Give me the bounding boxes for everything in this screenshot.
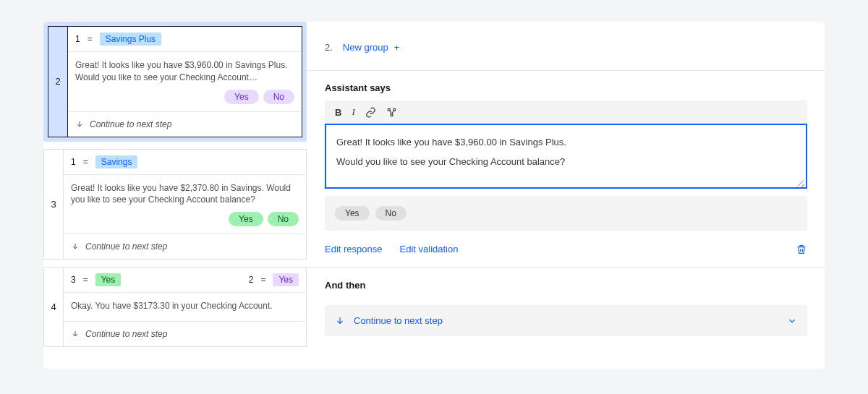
arrow-down-icon [71, 330, 80, 338]
step-message: Okay. You have $3173.30 in your Checking… [64, 293, 306, 322]
condition-number: 3 [71, 275, 76, 285]
continue-label: Continue to next step [90, 119, 171, 129]
trash-icon [796, 244, 807, 255]
condition-chip: Yes [95, 273, 122, 286]
steps-list: 2 1 = Savings Plus Great! It looks like … [43, 22, 307, 369]
option-no[interactable]: No [375, 206, 407, 220]
continue-label: Continue to next step [85, 241, 167, 252]
condition-operator: = [83, 275, 88, 285]
step-message: Great! It looks like you have $3,960.00 … [68, 52, 302, 87]
group-header: 2. New group + [307, 29, 825, 71]
svg-point-0 [388, 108, 390, 111]
step-card[interactable]: 2 1 = Savings Plus Great! It looks like … [43, 22, 307, 142]
svg-point-1 [393, 108, 395, 111]
option-yes[interactable]: Yes [335, 206, 370, 220]
continue-row[interactable]: Continue to next step [64, 234, 306, 259]
condition-operator: = [88, 34, 93, 44]
step-card[interactable]: 3 1 = Savings Great! It looks like you h… [43, 149, 307, 260]
condition-row: 3 = Yes 2 = Yes [64, 267, 306, 293]
step-card[interactable]: 4 3 = Yes 2 = Yes Okay. You have $3173.3… [43, 267, 307, 347]
condition-operator: = [83, 157, 88, 167]
continue-row[interactable]: Continue to next step [68, 112, 302, 137]
condition-row: 1 = Savings Plus [68, 27, 302, 52]
condition-number: 1 [75, 34, 80, 44]
bold-button[interactable]: B [335, 107, 341, 118]
condition-operator: = [260, 275, 265, 285]
plus-icon: + [394, 42, 400, 53]
option-yes[interactable]: Yes [224, 90, 259, 104]
group-number: 2. [325, 42, 333, 53]
edit-validation-link[interactable]: Edit validation [400, 244, 459, 254]
condition-row: 1 = Savings [64, 150, 306, 175]
option-no[interactable]: No [263, 90, 294, 104]
continue-label: Continue to next step [354, 315, 443, 326]
option-yes[interactable]: Yes [229, 212, 263, 226]
assistant-says-title: Assistant says [307, 71, 825, 100]
continue-label: Continue to next step [85, 329, 167, 339]
delete-button[interactable] [796, 244, 807, 255]
response-options: Yes No [325, 196, 807, 231]
condition-chip: Yes [273, 273, 299, 286]
step-body: 1 = Savings Great! It looks like you hav… [64, 149, 307, 260]
svg-point-2 [391, 114, 393, 116]
step-body: 3 = Yes 2 = Yes Okay. You have $3173.30 … [64, 267, 307, 347]
variable-button[interactable] [386, 107, 397, 118]
step-body: 1 = Savings Plus Great! It looks like yo… [68, 26, 302, 137]
arrow-down-icon [75, 120, 84, 129]
resize-handle-icon[interactable] [797, 179, 804, 186]
condition-number: 2 [249, 275, 254, 285]
step-number: 4 [43, 267, 64, 347]
response-editor[interactable]: Great! It looks like you have $3,960.00 … [325, 124, 807, 189]
editor-toolbar: B I [325, 100, 807, 124]
step-number: 3 [43, 149, 64, 260]
condition-chip: Savings [95, 155, 138, 168]
step-message: Great! It looks like you have $2,370.80 … [64, 175, 306, 210]
and-then-title: And then [307, 268, 825, 298]
edit-response-link[interactable]: Edit response [325, 244, 383, 254]
condition-chip: Savings Plus [100, 33, 161, 46]
edit-links-row: Edit response Edit validation [307, 231, 825, 268]
arrow-down-icon [71, 242, 80, 251]
new-group-link[interactable]: New group + [343, 42, 399, 53]
step-number: 2 [48, 26, 68, 137]
chevron-down-icon [787, 316, 797, 326]
link-button[interactable] [365, 107, 376, 118]
condition-number: 1 [71, 157, 76, 167]
italic-button[interactable]: I [352, 106, 354, 118]
editor-line: Great! It looks like you have $3,960.00 … [336, 137, 796, 147]
detail-panel: 2. New group + Assistant says B I Great!… [307, 22, 825, 369]
arrow-down-icon [335, 316, 345, 326]
option-buttons: Yes No [64, 209, 306, 234]
option-buttons: Yes No [68, 87, 302, 112]
option-no[interactable]: No [268, 212, 299, 226]
continue-row[interactable]: Continue to next step [64, 322, 306, 346]
new-group-label: New group [343, 42, 388, 53]
continue-bar[interactable]: Continue to next step [325, 305, 807, 336]
editor-line: Would you like to see your Checking Acco… [336, 156, 796, 167]
